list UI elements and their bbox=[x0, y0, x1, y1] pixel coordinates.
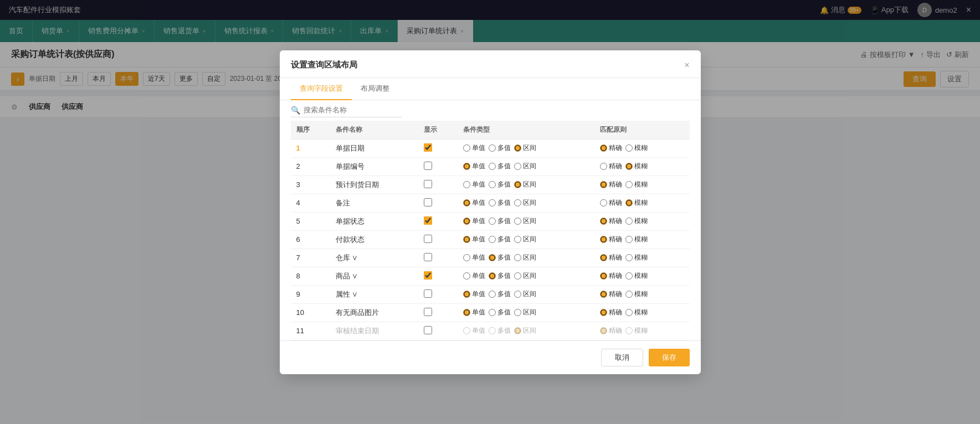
close-icon: × bbox=[684, 60, 689, 70]
modal-search-area: 🔍 bbox=[280, 100, 701, 118]
modal-tabs: 查询字段设置 布局调整 bbox=[280, 78, 701, 100]
modal-close-button[interactable]: × bbox=[684, 59, 689, 71]
search-icon: 🔍 bbox=[291, 106, 300, 115]
modal-title: 设置查询区域布局 bbox=[291, 60, 357, 70]
search-input-wrap: 🔍 bbox=[291, 106, 402, 117]
modal-overlay: 设置查询区域布局 × 查询字段设置 布局调整 🔍 bbox=[0, 0, 980, 118]
modal-header: 设置查询区域布局 × bbox=[280, 50, 701, 78]
modal-tab-layout[interactable]: 布局调整 bbox=[352, 78, 398, 100]
modal-tab-fields[interactable]: 查询字段设置 bbox=[291, 78, 352, 100]
search-input[interactable] bbox=[304, 106, 392, 114]
modal-dialog: 设置查询区域布局 × 查询字段设置 布局调整 🔍 bbox=[280, 50, 701, 118]
